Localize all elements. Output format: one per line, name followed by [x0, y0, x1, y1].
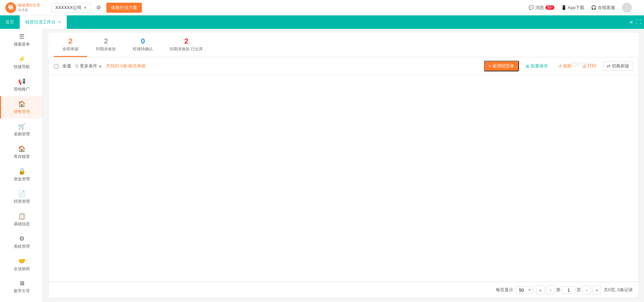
company-dropdown-arrow: ▼ — [84, 6, 87, 10]
sidebar-item-search[interactable]: ☰ 搜索菜单 — [0, 29, 43, 51]
tab-expand-button[interactable]: ✕ — [629, 19, 633, 25]
sidebar-inventory-label: 库存核算 — [14, 154, 30, 160]
cooperation-icon: 🤝 — [18, 257, 25, 265]
gear-icon: ⚙ — [96, 4, 101, 11]
tab-home[interactable]: 首页 — [0, 15, 20, 29]
print-button[interactable]: 🖨 打印 — [579, 62, 600, 70]
messages-button[interactable]: 💬 消息 99+ — [529, 5, 554, 11]
stat-tab-overdue[interactable]: 2 到期未收款 — [88, 33, 124, 57]
tab-work-bench-label: 钱货日清工作台 — [25, 19, 56, 25]
stat-overdue-label: 到期未收款 — [96, 46, 116, 52]
online-service-button[interactable]: 🎧 在线客服 — [591, 5, 615, 11]
stat-tab-wangwang[interactable]: 0 旺辅待确认 — [125, 33, 161, 57]
select-all-checkbox[interactable] — [54, 64, 58, 68]
stat-overdue-shipped-num: 2 — [184, 37, 189, 46]
sidebar-item-purchase[interactable]: 🛒 采购管理 — [0, 119, 43, 141]
last-page-button[interactable]: » — [592, 286, 601, 294]
stat-tab-all[interactable]: 2 全部单据 — [54, 33, 87, 57]
sidebar-item-marketing[interactable]: 📢 营销推广 — [0, 74, 43, 96]
service-icon: 🎧 — [591, 5, 596, 10]
print-label: 打印 — [588, 63, 596, 69]
sidebar-operation-label: 经营管理 — [14, 199, 30, 204]
stat-wangwang-label: 旺辅待确认 — [133, 46, 153, 52]
tab-fullscreen-button[interactable]: ⛶ — [636, 19, 641, 25]
app-icon: 📱 — [561, 5, 567, 10]
logo-text: 畅捷通好生意 — [18, 3, 40, 7]
filter-button[interactable]: ▽ 更多条件 ∨ — [75, 63, 102, 69]
prev-page-button[interactable]: ‹ — [546, 286, 555, 294]
basic-info-icon: 📋 — [18, 213, 25, 220]
page-total: 共0页, 0条记录 — [604, 287, 633, 293]
add-sales-order-button[interactable]: + 新增销货单 — [484, 61, 519, 71]
company-selector[interactable]: XXXXXX公司 ▼ — [52, 3, 91, 12]
app-layout: ☰ 搜索菜单 ⚡ 快捷导航 📢 营销推广 🏠 销售管理 🛒 采购管理 🏠 库存核… — [0, 29, 644, 302]
avatar[interactable] — [622, 3, 632, 13]
filter-dropdown-icon: ∨ — [99, 64, 102, 69]
refresh-icon: ↺ — [558, 64, 562, 69]
batch-label: 批量操作 — [531, 63, 548, 69]
sidebar-item-inventory[interactable]: 🏠 库存核算 — [0, 141, 43, 164]
tab-controls: ✕ ⛶ — [629, 15, 644, 29]
sidebar-finance-label: 资金管理 — [14, 176, 30, 182]
tab-work-bench[interactable]: 钱货日清工作台 ✕ — [20, 15, 67, 29]
app-download-label: App下载 — [568, 5, 584, 11]
filter-label: 更多条件 — [80, 63, 97, 69]
sidebar-item-sales[interactable]: 🏠 销售管理 — [0, 96, 43, 119]
sidebar-item-cooperation[interactable]: 🤝 企业协同 — [0, 253, 43, 276]
pagination: 每页显示 50 10 20 100 « ‹ 第 页 › » 共0页, 0条记录 — [48, 282, 639, 298]
stat-wangwang-num: 0 — [141, 37, 145, 46]
messages-label: 消息 — [535, 5, 544, 11]
per-page-select[interactable]: 50 10 20 100 — [516, 286, 533, 294]
inventory-icon: 🏠 — [18, 145, 25, 153]
tab-bar: 首页 钱货日清工作台 ✕ ✕ ⛶ — [0, 15, 644, 29]
finance-icon: 🔒 — [18, 168, 25, 175]
sidebar-basic-info-label: 基础信息 — [14, 221, 30, 227]
trial-button[interactable]: 体验行业方案 — [106, 3, 142, 13]
tab-home-label: 首页 — [5, 19, 14, 25]
count-info: 共找到 0条 相关单据 — [106, 63, 146, 69]
count-text: 共找到 — [106, 63, 119, 68]
search-menu-icon: ☰ — [19, 33, 24, 40]
sidebar-item-system[interactable]: ⚙ 系统管理 — [0, 231, 43, 253]
online-service-label: 在线客服 — [598, 5, 615, 11]
switch-icon: ⇄ — [607, 64, 610, 69]
stat-overdue-num: 2 — [104, 37, 108, 46]
sidebar-item-operation[interactable]: 📄 经营管理 — [0, 186, 43, 208]
stat-overdue-shipped-label: 到期未收款 已出库 — [170, 46, 203, 52]
select-all-label: 全选 — [62, 63, 71, 69]
header-right: 💬 消息 99+ 📱 App下载 🎧 在线客服 — [529, 3, 639, 13]
switch-version-button[interactable]: ⇄ 切换新版 — [603, 61, 633, 71]
page-input[interactable] — [562, 286, 575, 294]
stat-all-label: 全部单据 — [62, 46, 78, 52]
logo-area: 畅 畅捷通好生意 标准版 — [5, 2, 48, 13]
app-download-button[interactable]: 📱 App下载 — [561, 5, 584, 11]
system-icon: ⚙ — [19, 235, 24, 242]
sidebar-item-app-center[interactable]: 📦 应用中心 — [0, 298, 43, 302]
sidebar-item-guide[interactable]: 🖥 新手引导 — [0, 276, 43, 298]
sidebar: ☰ 搜索菜单 ⚡ 快捷导航 📢 营销推广 🏠 销售管理 🛒 采购管理 🏠 库存核… — [0, 29, 43, 302]
batch-icon: ⊞ — [526, 64, 529, 69]
first-page-button[interactable]: « — [536, 286, 545, 294]
tab-close-icon[interactable]: ✕ — [58, 20, 61, 24]
quick-nav-icon: ⚡ — [18, 55, 25, 63]
company-name: XXXXXX公司 — [55, 5, 82, 11]
page-word: 第 — [556, 287, 560, 293]
stat-tab-overdue-shipped[interactable]: 2 到期未收款 已出库 — [162, 33, 211, 57]
batch-operation-button[interactable]: ⊞ 批量操作 — [522, 62, 551, 70]
sidebar-marketing-label: 营销推广 — [14, 86, 30, 92]
sidebar-search-label: 搜索菜单 — [14, 42, 30, 47]
purchase-icon: 🛒 — [18, 123, 25, 130]
sidebar-item-quick-nav[interactable]: ⚡ 快捷导航 — [0, 51, 43, 74]
refresh-button[interactable]: ↺ 刷新 — [555, 62, 575, 70]
switch-label: 切换新版 — [612, 63, 629, 69]
count-suffix: 相关单据 — [128, 63, 146, 68]
sidebar-item-finance[interactable]: 🔒 资金管理 — [0, 164, 43, 186]
settings-button[interactable]: ⚙ — [94, 3, 104, 13]
next-page-button[interactable]: › — [582, 286, 591, 294]
table-area — [48, 75, 639, 282]
count-num: 0条 — [120, 63, 127, 68]
main-content: 2 全部单据 2 到期未收款 0 旺辅待确认 2 到期未收款 已出库 全选 ▽ … — [43, 29, 644, 302]
sidebar-item-basic-info[interactable]: 📋 基础信息 — [0, 208, 43, 231]
page-word-end: 页 — [577, 287, 581, 293]
logo-icon: 畅 — [5, 2, 16, 13]
